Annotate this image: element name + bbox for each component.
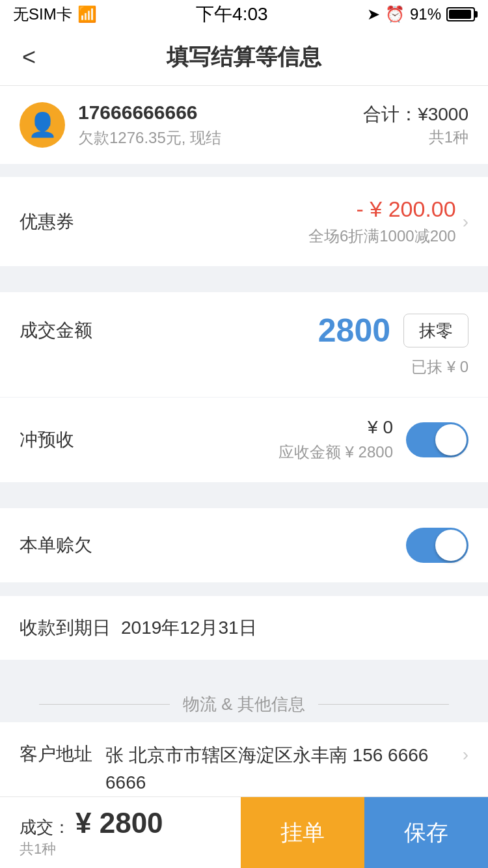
bottom-count: 共1种 bbox=[20, 839, 221, 859]
section-separator-3 bbox=[0, 673, 488, 686]
bottom-deal-label: 成交： bbox=[20, 816, 70, 839]
amount-sub-row: 已抹 ¥ 0 bbox=[20, 356, 468, 377]
section-separator-1 bbox=[0, 279, 488, 292]
address-label: 客户地址 bbox=[20, 742, 92, 766]
coupon-chevron-icon: › bbox=[463, 211, 468, 232]
logistics-divider: 物流 & 其他信息 bbox=[0, 686, 488, 722]
customer-card: 👤 17666666666 欠款1276.35元, 现结 合计：¥3000 共1… bbox=[0, 86, 488, 164]
status-bar: 无SIM卡 📶 下午4:03 ➤ ⏰ 91% bbox=[0, 0, 488, 29]
address-value: 张 北京市市辖区海淀区永丰南 156 6666 6666 bbox=[105, 742, 450, 796]
total-amount: 合计：¥3000 bbox=[363, 102, 468, 127]
nav-bar: < 填写结算等信息 bbox=[0, 29, 488, 86]
amount-value: 2800 bbox=[318, 312, 390, 349]
battery-icon bbox=[446, 7, 475, 21]
wifi-icon: 📶 bbox=[77, 5, 97, 23]
coupon-discount: - ¥ 200.00 bbox=[357, 197, 456, 222]
amount-label: 成交金额 bbox=[20, 318, 92, 343]
debit-label: 本单赊欠 bbox=[20, 533, 92, 558]
carrier-label: 无SIM卡 bbox=[13, 4, 72, 25]
address-chevron-icon: › bbox=[463, 744, 468, 765]
status-left: 无SIM卡 📶 bbox=[13, 4, 97, 25]
customer-debt: 欠款1276.35元, 现结 bbox=[78, 128, 221, 148]
amount-row: 成交金额 2800 抹零 bbox=[20, 312, 468, 349]
round-button[interactable]: 抹零 bbox=[403, 314, 468, 347]
advance-toggle[interactable] bbox=[406, 422, 468, 457]
due-date-section: 收款到期日 2019年12月31日 bbox=[0, 596, 488, 660]
customer-phone: 17666666666 bbox=[78, 102, 221, 124]
customer-left: 👤 17666666666 欠款1276.35元, 现结 bbox=[20, 102, 221, 148]
avatar: 👤 bbox=[20, 102, 65, 148]
amount-sub-text: 已抹 ¥ 0 bbox=[411, 358, 468, 375]
debit-toggle[interactable] bbox=[406, 528, 468, 563]
coupon-desc: 全场6折满1000减200 bbox=[308, 226, 456, 247]
battery-label: 91% bbox=[410, 5, 441, 23]
save-button[interactable]: 保存 bbox=[364, 797, 488, 869]
page-title: 填写结算等信息 bbox=[167, 42, 321, 72]
advance-right: ¥ 0 应收金额 ¥ 2800 bbox=[278, 417, 393, 463]
due-row: 收款到期日 2019年12月31日 bbox=[20, 616, 468, 640]
main-content: 👤 17666666666 欠款1276.35元, 现结 合计：¥3000 共1… bbox=[0, 86, 488, 868]
customer-right: 合计：¥3000 共1种 bbox=[363, 102, 468, 148]
debit-section: 本单赊欠 bbox=[0, 508, 488, 582]
bottom-summary: 成交： ¥ 2800 共1种 bbox=[0, 807, 241, 859]
alarm-icon: ⏰ bbox=[385, 5, 405, 23]
advance-amount: ¥ 0 bbox=[368, 417, 393, 438]
advance-section: 冲预收 ¥ 0 应收金额 ¥ 2800 bbox=[0, 398, 488, 482]
back-button[interactable]: < bbox=[16, 37, 42, 77]
logistics-text: 物流 & 其他信息 bbox=[170, 693, 318, 716]
customer-info: 17666666666 欠款1276.35元, 现结 bbox=[78, 102, 221, 148]
due-date-label: 收款到期日 bbox=[20, 616, 111, 640]
coupon-right: - ¥ 200.00 全场6折满1000减200 bbox=[308, 197, 456, 247]
toggle-knob bbox=[435, 424, 467, 455]
advance-label: 冲预收 bbox=[20, 427, 74, 452]
amount-section: 成交金额 2800 抹零 已抹 ¥ 0 bbox=[0, 292, 488, 397]
status-right: ➤ ⏰ 91% bbox=[367, 5, 475, 23]
location-icon: ➤ bbox=[367, 5, 380, 23]
amount-right: 2800 抹零 bbox=[318, 312, 468, 349]
total-count: 共1种 bbox=[363, 127, 468, 148]
coupon-label: 优惠券 bbox=[20, 210, 74, 234]
pending-button[interactable]: 挂单 bbox=[241, 797, 364, 869]
advance-sub: 应收金额 ¥ 2800 bbox=[278, 442, 393, 463]
bottom-bar: 成交： ¥ 2800 共1种 挂单 保存 bbox=[0, 796, 488, 868]
coupon-row[interactable]: 优惠券 - ¥ 200.00 全场6折满1000减200 › bbox=[0, 177, 488, 266]
bottom-amount: ¥ 2800 bbox=[75, 807, 163, 839]
debit-toggle-knob bbox=[435, 530, 467, 561]
due-date-value: 2019年12月31日 bbox=[121, 616, 257, 640]
advance-row: 冲预收 ¥ 0 应收金额 ¥ 2800 bbox=[20, 417, 468, 463]
status-time: 下午4:03 bbox=[196, 2, 268, 27]
section-separator-2 bbox=[0, 495, 488, 508]
